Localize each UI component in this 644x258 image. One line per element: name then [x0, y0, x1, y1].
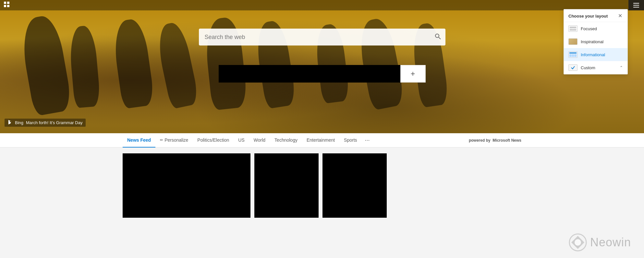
tab-world-label: World [254, 137, 265, 143]
neowin-text: Neowin [590, 236, 631, 249]
grid-icon[interactable] [4, 2, 10, 9]
panel-close-button[interactable]: ✕ [617, 13, 623, 19]
tab-news-feed[interactable]: News Feed [123, 133, 155, 148]
tab-us[interactable]: US [234, 133, 249, 148]
news-section: News Feed ✏ Personalize Politics/Electio… [0, 133, 644, 258]
layout-panel: Choose your layout ✕ Focused Inspiration… [564, 9, 628, 74]
layout-custom-label: Custom [581, 65, 595, 70]
tab-personalize[interactable]: ✏ Personalize [155, 133, 193, 148]
hamburger-button[interactable] [628, 0, 644, 10]
tab-entertainment-label: Entertainment [307, 137, 335, 143]
tab-us-label: US [238, 137, 244, 143]
svg-rect-0 [4, 2, 6, 4]
svg-rect-3 [7, 5, 9, 7]
tab-more-button[interactable]: ··· [362, 133, 373, 148]
quick-links-black-bar [219, 65, 400, 83]
more-label: ··· [365, 137, 370, 144]
layout-option-custom[interactable]: Custom ⌃ [564, 61, 627, 74]
tab-sports-label: Sports [344, 137, 357, 143]
tab-entertainment[interactable]: Entertainment [302, 133, 339, 148]
neowin-logo-icon [569, 233, 587, 252]
layout-thumb-informational [568, 51, 577, 58]
svg-marker-6 [8, 120, 12, 124]
layout-thumb-inspirational [568, 38, 577, 45]
panel-title: Choose your layout [568, 14, 608, 19]
layout-option-focused[interactable]: Focused [564, 22, 627, 35]
tab-personalize-label: Personalize [164, 137, 188, 143]
hamburger-line [633, 5, 639, 6]
bing-label: Bing [15, 120, 23, 125]
top-bar [0, 0, 644, 10]
svg-line-5 [439, 37, 441, 39]
layout-thumb-focused [568, 25, 577, 32]
news-card-medium-1[interactable] [254, 153, 319, 218]
plus-icon: + [410, 69, 415, 78]
powered-by-prefix: powered by [469, 138, 491, 143]
powered-by-brand: Microsoft News [492, 138, 521, 143]
panel-header: Choose your layout ✕ [564, 9, 627, 22]
chevron-up-icon: ⌃ [620, 65, 623, 70]
svg-point-8 [575, 239, 581, 246]
tab-politics-label: Politics/Election [197, 137, 229, 143]
news-navigation: News Feed ✏ Personalize Politics/Electio… [0, 133, 644, 148]
news-cards-container [0, 148, 644, 224]
tab-sports[interactable]: Sports [339, 133, 361, 148]
search-container [199, 29, 445, 45]
tab-politics[interactable]: Politics/Election [193, 133, 234, 148]
layout-informational-label: Informational [581, 52, 605, 57]
hero-section: + Bing March forth! It's Grammar Day [0, 0, 644, 133]
svg-point-4 [435, 34, 439, 38]
layout-focused-label: Focused [581, 26, 597, 31]
layout-option-informational[interactable]: Informational [564, 48, 627, 61]
add-quicklink-button[interactable]: + [400, 65, 426, 83]
hamburger-line [633, 7, 639, 7]
bing-caption: March forth! It's Grammar Day [26, 120, 82, 125]
bing-credit: Bing March forth! It's Grammar Day [5, 119, 86, 127]
hamburger-line [633, 3, 639, 4]
news-card-large[interactable] [123, 153, 250, 218]
svg-rect-1 [7, 2, 9, 4]
svg-rect-2 [4, 5, 6, 7]
tab-news-feed-label: News Feed [127, 137, 151, 143]
news-card-medium-2[interactable] [322, 153, 387, 218]
tab-world[interactable]: World [249, 133, 270, 148]
pencil-icon: ✏ [160, 138, 163, 142]
search-icon[interactable] [434, 33, 441, 41]
layout-option-inspirational[interactable]: Inspirational [564, 35, 627, 48]
neowin-watermark: Neowin [569, 233, 631, 252]
tab-technology[interactable]: Technology [270, 133, 302, 148]
quick-links-bar: + [219, 65, 426, 83]
bing-logo [8, 120, 12, 125]
layout-inspirational-label: Inspirational [581, 39, 603, 44]
powered-by: powered by Microsoft News [469, 138, 521, 143]
layout-thumb-custom [568, 64, 577, 71]
search-input[interactable] [199, 29, 445, 45]
tab-technology-label: Technology [274, 137, 298, 143]
